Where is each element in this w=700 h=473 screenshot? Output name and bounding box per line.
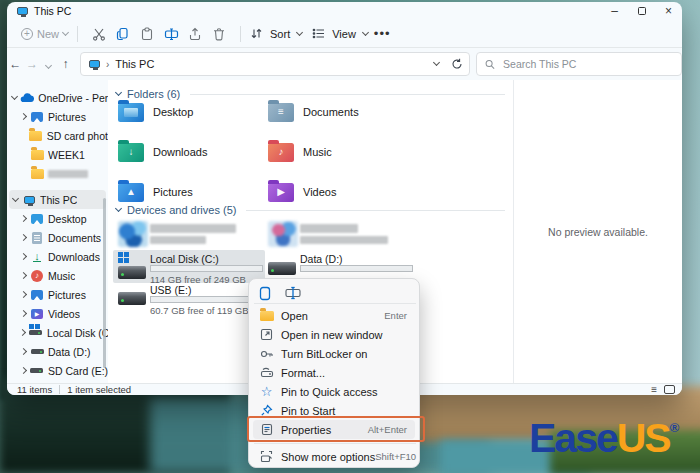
copy-icon [116, 27, 130, 41]
folder-tile-videos[interactable]: ▶ Videos [268, 181, 408, 203]
registered-mark: ® [670, 420, 680, 435]
menu-item-show-more-options[interactable]: Show more options Shift+F10 [249, 447, 419, 466]
close-button[interactable]: × [655, 2, 682, 20]
redacted-drive-icon [118, 221, 148, 247]
sidebar-item-onedrive[interactable]: OneDrive - Person [7, 88, 108, 107]
sidebar-item-sd-card-photos[interactable]: SD card photos [7, 126, 108, 145]
sidebar-item-od-pictures[interactable]: Pictures [7, 107, 108, 126]
videos-icon: ▶ [30, 307, 44, 320]
menu-item-format[interactable]: Format... [249, 363, 419, 382]
breadcrumb-separator-icon: › [106, 59, 109, 70]
chevron-right-icon [20, 113, 27, 120]
sidebar-item-videos[interactable]: ▶ Videos [7, 304, 108, 323]
sidebar-scrollbar[interactable] [103, 198, 106, 368]
hard-drive-icon [118, 292, 146, 305]
sidebar-item-local-disk-c[interactable]: Local Disk (C:) [7, 323, 108, 342]
rename-button[interactable] [160, 23, 182, 45]
redacted-drive-icon [268, 221, 298, 247]
copy-button[interactable] [112, 23, 134, 45]
redacted-label [150, 224, 236, 233]
search-input[interactable] [501, 57, 673, 71]
sidebar-item-downloads[interactable]: ↓ Downloads [7, 247, 108, 266]
folder-icon [30, 167, 44, 180]
folder-tile-pictures[interactable]: ▲ Pictures [118, 181, 258, 203]
show-more-icon [259, 450, 274, 463]
chevron-down-icon [12, 194, 19, 201]
sort-label: Sort [270, 28, 290, 40]
minimize-button[interactable]: – [601, 2, 628, 20]
pin-star-icon: ☆ [259, 385, 274, 398]
up-button[interactable]: ↑ [57, 57, 74, 71]
chevron-right-icon [20, 253, 27, 260]
breadcrumb[interactable]: This PC [115, 58, 154, 70]
sidebar-item-this-pc[interactable]: This PC [9, 190, 106, 209]
chevron-right-icon [20, 215, 27, 222]
title-bar[interactable]: This PC – × [7, 2, 682, 20]
pictures-icon [30, 288, 44, 301]
sidebar-item-redacted[interactable] [7, 164, 108, 183]
refresh-icon[interactable] [451, 58, 463, 70]
devices-group-label: Devices and drives (5) [127, 204, 236, 216]
trash-icon [212, 27, 226, 41]
folder-tile-downloads[interactable]: ↓ Downloads [118, 141, 258, 163]
maximize-button[interactable] [628, 2, 655, 20]
this-pc-icon [22, 193, 36, 206]
devices-group-header[interactable]: Devices and drives (5) [116, 204, 505, 216]
address-dropdown-icon[interactable] [433, 59, 440, 66]
menu-item-turn-bitlocker-on[interactable]: Turn BitLocker on [249, 344, 419, 363]
downloads-folder-icon: ↓ [118, 143, 144, 162]
large-icons-view-icon[interactable] [664, 385, 675, 394]
sidebar-item-music[interactable]: ♪ Music [7, 266, 108, 285]
copy-icon[interactable] [259, 286, 271, 301]
sidebar-item-pictures[interactable]: Pictures [7, 285, 108, 304]
sort-icon [250, 27, 263, 40]
hard-drive-icon [118, 266, 146, 279]
folder-tile-desktop[interactable]: Desktop [118, 101, 258, 123]
context-menu-quick-actions [259, 284, 302, 302]
chevron-right-icon [20, 348, 27, 355]
pictures-folder-icon: ▲ [118, 183, 144, 202]
folder-tile-documents[interactable]: ≡ Documents [268, 101, 408, 123]
back-button[interactable]: ← [7, 57, 24, 71]
capacity-bar [300, 265, 413, 272]
annotation-highlight-box [247, 416, 425, 442]
view-button[interactable]: View [312, 27, 368, 40]
sidebar-item-sd-card-e[interactable]: SD Card (E:) [7, 361, 108, 380]
menu-item-pin-to-quick-access[interactable]: ☆ Pin to Quick access [249, 382, 419, 401]
scissors-icon [92, 27, 106, 41]
redacted-label [300, 224, 358, 233]
navigation-pane: OneDrive - Person Pictures SD card photo… [7, 80, 108, 383]
sidebar-item-documents[interactable]: Documents [7, 228, 108, 247]
sidebar-item-week1[interactable]: WEEK1 [7, 145, 108, 164]
share-button[interactable] [184, 23, 206, 45]
collapse-icon [115, 205, 122, 212]
folders-group-header[interactable]: Folders (6) [116, 88, 505, 100]
sidebar-item-data-d[interactable]: Data (D:) [7, 342, 108, 361]
item-count: 11 items [17, 384, 52, 395]
address-bar[interactable]: › This PC [80, 52, 470, 76]
cut-button[interactable] [88, 23, 110, 45]
folder-tile-music[interactable]: ♪ Music [268, 141, 408, 163]
menu-item-open[interactable]: Open Enter [249, 306, 419, 325]
chevron-down-icon [62, 28, 69, 35]
search-box[interactable] [476, 52, 682, 76]
address-row: ← → ↑ › This PC [7, 48, 682, 80]
details-view-icon[interactable]: ≡ [651, 385, 657, 395]
sidebar-item-desktop[interactable]: Desktop [7, 209, 108, 228]
forward-button[interactable]: → [24, 57, 41, 71]
pictures-icon [30, 110, 44, 123]
delete-button[interactable] [208, 23, 230, 45]
this-pc-icon [17, 7, 28, 15]
rename-icon [164, 27, 179, 41]
chevron-right-icon [20, 310, 27, 317]
recent-locations-button[interactable] [40, 57, 57, 71]
rename-icon[interactable] [285, 286, 302, 300]
menu-item-open-in-new-window[interactable]: Open in new window [249, 325, 419, 344]
paste-button[interactable] [136, 23, 158, 45]
more-options-button[interactable]: ••• [374, 26, 391, 41]
format-drive-icon [259, 367, 274, 379]
chevron-right-icon [19, 329, 26, 336]
search-icon [485, 59, 495, 70]
new-button[interactable]: + New [21, 28, 68, 40]
sort-button[interactable]: Sort [250, 27, 302, 40]
